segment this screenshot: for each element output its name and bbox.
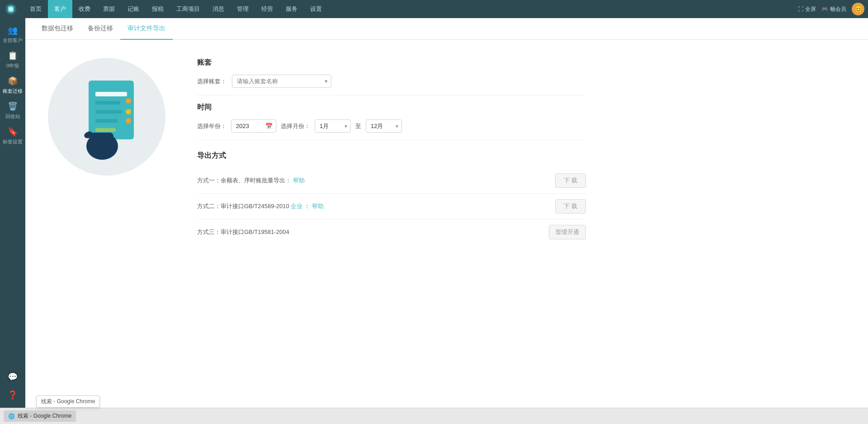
divider-2 (197, 140, 586, 140)
chrome-icon: 🌐 (8, 413, 15, 419)
export-method-1: 方式一：余额表、序时账批量导出： 帮助 下 载 (197, 168, 586, 194)
export-method-2-label: 方式二：审计接口GB/T24589-2010 企业 ： 帮助 (197, 202, 324, 210)
export-section: 导出方式 方式一：余额表、序时账批量导出： 帮助 下 载 (197, 151, 586, 245)
nav-manage[interactable]: 管理 (231, 0, 255, 18)
export-method-3-label: 方式三：审计接口GB/T19581-2004 (197, 228, 289, 236)
form-container: 账套 选择账套： ▾ 时间 选择年份： (43, 53, 586, 245)
export-method-1-label: 方式一：余额表、序时账批量导出： 帮助 (197, 176, 305, 185)
svg-point-7 (126, 98, 131, 104)
sidebar-item-label: 0申报 (6, 62, 19, 69)
svg-rect-4 (95, 101, 120, 105)
nav-items: 首页 客户 收费 票据 记账 报税 工商项目 消息 管理 经营 服务 设置 (24, 0, 798, 18)
sidebar-item-zero-declare[interactable]: 📋 0申报 (0, 47, 25, 72)
account-select-input[interactable] (232, 75, 331, 88)
sidebar-item-label: 账套迁移 (3, 88, 23, 95)
tab-backup-migrate[interactable]: 备份迁移 (80, 18, 120, 40)
sidebar-item-account-migrate[interactable]: 📦 账套迁移 (0, 72, 25, 98)
sidebar: 👥 全部客户 📋 0申报 📦 账套迁移 🗑️ 回收站 🔖 标签设置 💬 ❓ (0, 18, 25, 408)
content-area: 数据包迁移 备份迁移 审计文件导出 (25, 18, 868, 408)
zero-declare-icon: 📋 (8, 51, 18, 61)
fullscreen-icon: ⛶ (798, 6, 803, 12)
year-label: 选择年份： (197, 122, 226, 130)
svg-rect-11 (91, 133, 113, 151)
sidebar-notification-icon[interactable]: 💬 (5, 370, 20, 384)
tooltip-bar: 线索 - Google Chrome (36, 395, 100, 408)
tag-icon: 🔖 (8, 127, 18, 137)
nav-ticket[interactable]: 票据 (97, 0, 121, 18)
to-label: 至 (355, 122, 361, 130)
svg-rect-5 (95, 110, 123, 114)
account-section-title: 账套 (197, 58, 586, 67)
page-content: 账套 选择账套： ▾ 时间 选择年份： (25, 40, 868, 408)
sidebar-item-tag-settings[interactable]: 🔖 标签设置 (0, 123, 25, 148)
account-select-wrapper: ▾ (232, 75, 331, 88)
main-layout: 👥 全部客户 📋 0申报 📦 账套迁移 🗑️ 回收站 🔖 标签设置 💬 ❓ 数据… (0, 18, 868, 408)
taskbar-chrome-item[interactable]: 🌐 线索 - Google Chrome (4, 410, 76, 422)
open-button-3[interactable]: 暂缓开通 (549, 225, 586, 239)
nav-tax[interactable]: 报税 (146, 0, 170, 18)
taskbar-item-label: 线索 - Google Chrome (18, 412, 71, 420)
help-link-2[interactable]: 帮助 (312, 203, 324, 210)
download-button-1[interactable]: 下 载 (555, 173, 586, 188)
tab-audit-export[interactable]: 审计文件导出 (120, 18, 173, 40)
top-navigation: 首页 客户 收费 票据 记账 报税 工商项目 消息 管理 经营 服务 设置 ⛶ … (0, 0, 868, 18)
top-nav-right: ⛶ 全屏 🎮 畅会员 😊 (798, 3, 864, 15)
svg-rect-6 (95, 119, 118, 123)
download-button-2[interactable]: 下 载 (555, 199, 586, 214)
tab-bar: 数据包迁移 备份迁移 审计文件导出 (25, 18, 868, 40)
year-input[interactable] (231, 119, 276, 133)
all-customers-icon: 👥 (8, 25, 18, 35)
nav-business[interactable]: 工商项目 (170, 0, 206, 18)
export-method-3: 方式三：审计接口GB/T19581-2004 暂缓开通 (197, 219, 586, 245)
export-section-title: 导出方式 (197, 151, 586, 161)
svg-point-9 (126, 118, 131, 124)
member-icon: 🎮 (821, 6, 828, 12)
sidebar-item-label: 标签设置 (3, 138, 23, 145)
sidebar-item-label: 回收站 (5, 113, 20, 120)
month-from-wrapper: 1月2月3月4月 5月6月7月8月 9月10月11月12月 (315, 119, 351, 133)
migrate-icon: 📦 (8, 76, 18, 86)
month-to-wrapper: 1月2月3月4月 5月6月7月8月 9月10月11月12月 (366, 119, 402, 133)
help-link-1[interactable]: 帮助 (293, 177, 305, 184)
time-form-row: 选择年份： 📅 选择月份： 1月2月3月4月 5月6月7月8月 9月10月11月… (197, 119, 586, 133)
avatar[interactable]: 😊 (852, 3, 864, 15)
nav-operation[interactable]: 经营 (255, 0, 279, 18)
fullscreen-button[interactable]: ⛶ 全屏 (798, 5, 816, 13)
nav-bookkeeping[interactable]: 记账 (121, 0, 146, 18)
illustration-wrap (43, 53, 170, 180)
nav-message[interactable]: 消息 (206, 0, 231, 18)
recycle-icon: 🗑️ (8, 101, 18, 111)
app-logo[interactable] (4, 2, 18, 16)
tab-data-migrate[interactable]: 数据包迁移 (34, 18, 80, 40)
sidebar-item-recycle[interactable]: 🗑️ 回收站 (0, 98, 25, 123)
sidebar-item-all-customers[interactable]: 👥 全部客户 (0, 22, 25, 47)
svg-rect-13 (95, 128, 116, 132)
svg-point-8 (126, 109, 131, 114)
time-section-title: 时间 (197, 103, 586, 112)
nav-fee[interactable]: 收费 (72, 0, 97, 18)
sidebar-item-label: 全部客户 (3, 37, 23, 44)
illustration-circle (48, 58, 165, 176)
taskbar: 🌐 线索 - Google Chrome (0, 408, 868, 424)
member-button[interactable]: 🎮 畅会员 (821, 5, 846, 13)
svg-rect-3 (95, 92, 127, 96)
nav-settings[interactable]: 设置 (304, 0, 328, 18)
company-link[interactable]: 企业 (291, 203, 302, 210)
nav-customer[interactable]: 客户 (48, 0, 72, 18)
nav-service[interactable]: 服务 (279, 0, 304, 18)
divider-1 (197, 95, 586, 95)
year-input-wrapper: 📅 (231, 119, 276, 133)
sidebar-help-icon[interactable]: ❓ (5, 388, 20, 402)
account-select-label: 选择账套： (197, 77, 226, 86)
month-to-select[interactable]: 1月2月3月4月 5月6月7月8月 9月10月11月12月 (366, 119, 402, 133)
month-label: 选择月份： (281, 122, 310, 130)
illustration-svg (61, 67, 152, 167)
nav-home[interactable]: 首页 (24, 0, 48, 18)
svg-point-1 (9, 7, 13, 11)
right-form: 账套 选择账套： ▾ 时间 选择年份： (197, 53, 586, 245)
export-method-2: 方式二：审计接口GB/T24589-2010 企业 ： 帮助 下 载 (197, 194, 586, 219)
tooltip-text: 线索 - Google Chrome (41, 398, 95, 405)
month-from-select[interactable]: 1月2月3月4月 5月6月7月8月 9月10月11月12月 (315, 119, 351, 133)
sidebar-bottom: 💬 ❓ (5, 370, 20, 402)
account-form-row: 选择账套： ▾ (197, 75, 586, 88)
